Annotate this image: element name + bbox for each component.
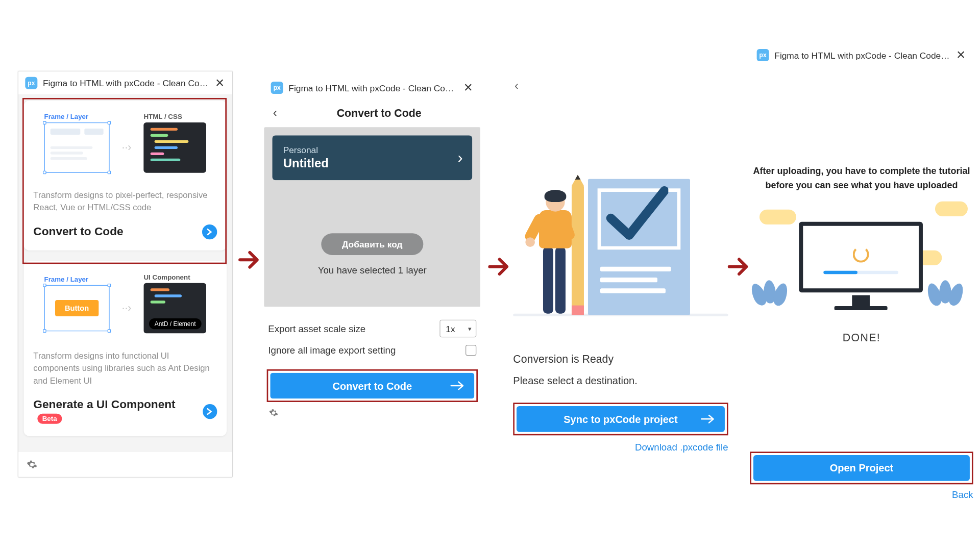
code-preview-icon: [143, 122, 206, 173]
panel-step-1: px Figma to HTML with pxCode - Clean Cod…: [18, 71, 233, 478]
upload-tutorial-message: After uploading, you have to complete th…: [750, 165, 973, 193]
conversion-ready-heading: Conversion is Ready: [513, 353, 728, 365]
go-arrow-icon[interactable]: [203, 404, 217, 418]
highlight-sync-button: Sync to pxCode project: [513, 403, 728, 435]
back-chevron-icon[interactable]: ‹: [513, 76, 728, 93]
highlight-convert-button: Convert to Code: [267, 369, 478, 402]
project-selector[interactable]: Personal Untitled ›: [272, 135, 472, 180]
chevron-right-icon: ›: [458, 149, 463, 167]
plugin-titlebar: px Figma to HTML with pxCode - Clean Cod…: [750, 43, 973, 66]
button-label: Convert to Code: [333, 380, 412, 392]
pxcode-logo-icon: px: [25, 77, 37, 89]
panel-step-3: ‹ Conversion is Ready Please select a de…: [513, 76, 728, 453]
arrow-right-icon: [450, 381, 464, 391]
back-link[interactable]: Back: [952, 489, 973, 499]
chevron-down-icon: ▾: [468, 325, 472, 333]
done-label: DONE!: [750, 332, 973, 344]
settings-gear-icon[interactable]: [268, 408, 279, 418]
card-convert-to-code[interactable]: Frame / Layer ··› HTML / CSS Transform d…: [24, 101, 227, 251]
html-css-label: HTML / CSS: [143, 113, 182, 120]
download-pxcode-link[interactable]: Download .pxcode file: [635, 441, 728, 452]
selection-count: You have selected 1 layer: [272, 265, 472, 276]
card-generate-ui-component[interactable]: Frame / Layer Button ··› UI Component An…: [24, 261, 227, 436]
close-icon[interactable]: ×: [214, 78, 225, 88]
button-frame-preview-icon: Button: [44, 285, 110, 332]
select-destination-text: Please select a destination.: [513, 375, 728, 387]
plugin-title: Figma to HTML with pxCode - Clean Code a…: [774, 50, 950, 60]
frame-preview-icon: [44, 122, 110, 173]
go-arrow-icon[interactable]: [202, 224, 217, 239]
pxcode-logo-icon: px: [271, 82, 283, 94]
conversion-ready-illustration: [513, 126, 728, 316]
card-description: Transform designs into functional UI com…: [33, 350, 217, 387]
progress-bar: [823, 270, 898, 274]
flow-arrow-icon: [487, 253, 512, 280]
settings-gear-icon[interactable]: [27, 459, 37, 469]
button-label: Sync to pxCode project: [564, 413, 677, 425]
project-label: Personal: [283, 145, 461, 155]
close-icon[interactable]: ×: [955, 49, 966, 60]
plugin-titlebar: px Figma to HTML with pxCode - Clean Cod…: [18, 71, 232, 95]
card-title: Convert to Code: [33, 226, 123, 239]
beta-badge: Beta: [37, 413, 62, 423]
plugin-title: Figma to HTML with pxCode - Clean Code a…: [288, 83, 457, 93]
spinner-icon: [853, 246, 869, 262]
panel-step-4: px Figma to HTML with pxCode - Clean Cod…: [750, 43, 973, 500]
ignore-export-checkbox[interactable]: [465, 345, 476, 356]
ignore-export-label: Ignore all image export setting: [268, 345, 396, 356]
done-illustration: [750, 201, 973, 317]
close-icon[interactable]: ×: [463, 82, 474, 93]
antd-element-pill: AntD / Element: [149, 318, 201, 329]
add-code-button[interactable]: Добавить код: [321, 233, 423, 255]
component-preview-icon: AntD / Element: [143, 283, 206, 334]
export-scale-label: Export asset scale size: [268, 323, 365, 334]
panel-step-2: px Figma to HTML with pxCode - Clean Cod…: [264, 76, 480, 418]
highlight-open-project-button: Open Project: [750, 452, 973, 484]
arrow-right-icon: [700, 414, 715, 424]
pxcode-logo-icon: px: [757, 49, 769, 61]
flow-arrow-icon: [727, 253, 751, 280]
convert-to-code-button[interactable]: Convert to Code: [270, 373, 474, 399]
arrow-chain-icon: ··›: [122, 302, 132, 314]
card-title: Generate a UI Component: [33, 397, 175, 410]
ui-component-label: UI Component: [143, 273, 190, 281]
plugin-title: Figma to HTML with pxCode - Clean Code a…: [43, 78, 209, 88]
back-chevron-icon[interactable]: ‹: [268, 106, 282, 120]
open-project-button[interactable]: Open Project: [753, 455, 970, 481]
button-chip: Button: [55, 300, 99, 316]
frame-layer-label: Frame / Layer: [44, 113, 89, 120]
export-scale-value: 1x: [446, 323, 455, 334]
card-description: Transform designs to pixel-perfect, resp…: [33, 189, 217, 214]
sync-to-pxcode-button[interactable]: Sync to pxCode project: [517, 406, 725, 432]
plugin-titlebar: px Figma to HTML with pxCode - Clean Cod…: [264, 76, 480, 99]
button-label: Open Project: [830, 462, 893, 474]
arrow-chain-icon: ··›: [122, 141, 132, 154]
panel-header: Convert to Code: [282, 107, 476, 119]
frame-layer-label: Frame / Layer: [44, 276, 89, 283]
export-scale-select[interactable]: 1x ▾: [439, 320, 476, 338]
flow-arrow-icon: [237, 246, 262, 273]
project-name: Untitled: [283, 157, 461, 171]
